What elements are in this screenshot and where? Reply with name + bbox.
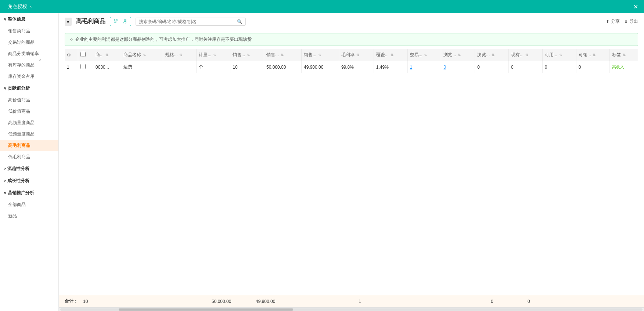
col-header-name[interactable]: 商品名称 ⇅ [121, 49, 163, 61]
footer-transactions: 1 [356, 299, 430, 304]
search-input[interactable] [139, 19, 235, 24]
arrow-icon-marketing-analysis: ∨ [4, 191, 6, 195]
sort-icon-views1: ⇅ [457, 53, 461, 57]
row-select-checkbox[interactable] [80, 64, 86, 69]
close-tab-role-permission[interactable]: × [29, 4, 32, 9]
scrollbar-thumb[interactable] [119, 308, 294, 311]
sidebar-group-overall[interactable]: ∨ 整体信息 [0, 13, 58, 25]
group-label-overall: 整体信息 [8, 16, 25, 22]
export-button[interactable]: ⬇ 导出 [624, 18, 638, 25]
nav-tab-role-permission[interactable]: 角色授权× [3, 0, 46, 13]
collapse-sidebar-button[interactable]: « [65, 18, 72, 26]
close-all-button[interactable]: ✕ [630, 3, 641, 10]
sidebar-item-inventory-fund[interactable]: 库存资金占用 [0, 71, 58, 82]
group-label-trend-analysis: 流趋性分析 [7, 166, 29, 172]
col-header-views1[interactable]: 浏览... ⇅ [441, 49, 475, 61]
col-header-views2[interactable]: 浏览... ⇅ [475, 49, 509, 61]
row-index: 1 [65, 61, 78, 73]
sort-icon-tag: ⇅ [622, 53, 626, 57]
scrollbar-track [60, 308, 643, 311]
row-transactions[interactable]: 1 [407, 61, 441, 73]
sort-icon-current-stock: ⇅ [524, 53, 528, 57]
arrow-icon-trend-analysis: > [4, 167, 6, 171]
row-checkbox[interactable] [78, 61, 93, 73]
sidebar-group-marketing-analysis[interactable]: ∨ 营销推广分析 [0, 187, 58, 199]
row-code: 0000... [93, 61, 121, 73]
select-all-checkbox[interactable] [80, 52, 86, 57]
search-box[interactable]: 🔍 [136, 18, 246, 26]
row-margin-rate: 99.8% [339, 61, 374, 73]
col-header-margin-rate[interactable]: 毛利率 ⇅ [339, 49, 374, 61]
sort-icon-sales-amount: ⇅ [280, 53, 284, 57]
table-footer: 合计： 10 50,000.00 49,900.00 1 0 0 [59, 295, 644, 307]
sort-icon-name: ⇅ [142, 53, 146, 57]
col-header-transactions[interactable]: 交易... ⇅ [407, 49, 441, 61]
sort-icon-sales-qty: ⇅ [246, 53, 250, 57]
settings-icon[interactable]: ⚙ [67, 53, 71, 58]
row-available: 0 [542, 61, 576, 73]
group-label-marketing-analysis: 营销推广分析 [8, 190, 34, 196]
table-row[interactable]: 10000...运费个1050,000.0049,900.0099.8%1.49… [65, 61, 638, 73]
col-header-tag[interactable]: 标签 ⇅ [610, 49, 638, 61]
sidebar-group-trend-analysis[interactable]: > 流趋性分析 [0, 163, 58, 175]
row-sales-cost: 49,900.00 [302, 61, 339, 73]
sort-icon-sellable: ⇅ [592, 53, 596, 57]
sidebar-item-sales-goods[interactable]: 销售类商品 [0, 25, 58, 37]
footer-available: 0 [489, 299, 525, 304]
arrow-icon-growth-analysis: > [4, 179, 6, 183]
col-header-available[interactable]: 可用... ⇅ [542, 49, 576, 61]
close-tab-template-settings[interactable]: × [39, 31, 41, 35]
sort-icon-coverage: ⇅ [389, 53, 393, 57]
export-icon: ⬇ [624, 19, 628, 24]
sort-icon-available: ⇅ [558, 53, 562, 57]
bottom-scrollbar[interactable] [59, 307, 644, 311]
col-header-sales-cost[interactable]: 销售... ⇅ [302, 49, 339, 61]
col-header-coverage[interactable]: 覆盖... ⇅ [374, 49, 407, 61]
filter-button[interactable]: 近一月 [110, 17, 131, 26]
info-banner: ✧ 企业的主要的利润都是这部分商品创造的，可考虑加大推广，同时关注库存是不要出现… [65, 33, 638, 46]
row-transactions-link[interactable]: 1 [410, 65, 413, 70]
col-header-sales-qty[interactable]: 销售... ⇅ [230, 49, 264, 61]
col-header-unit[interactable]: 计量... ⇅ [197, 49, 230, 61]
sidebar-group-growth-analysis[interactable]: > 成长性分析 [0, 175, 58, 187]
sidebar-item-low-value-goods[interactable]: 低价值商品 [0, 106, 58, 117]
sidebar-item-goods-assist-rate[interactable]: 商品分类助销率 [0, 48, 58, 59]
sidebar-item-high-margin-goods[interactable]: 高毛利商品 [0, 140, 58, 151]
tag-label: 高收入 [612, 65, 624, 69]
col-header-settings: ⚙ [65, 49, 78, 61]
header-actions: ⬆ 分享 ⬇ 导出 [606, 18, 638, 25]
footer-sellable: 0 [525, 299, 562, 304]
sidebar-item-high-freq-goods[interactable]: 高频量度商品 [0, 117, 58, 129]
sidebar-item-in-stock-goods[interactable]: 有库存的商品 [0, 59, 58, 71]
col-header-checkbox [78, 49, 93, 61]
sort-icon-unit: ⇅ [212, 53, 216, 57]
row-views1[interactable]: 0 [441, 61, 475, 73]
sidebar-item-low-freq-goods[interactable]: 低频量度商品 [0, 129, 58, 140]
col-header-code[interactable]: 商... ⇅ [93, 49, 121, 61]
sidebar-item-high-value-goods[interactable]: 高价值商品 [0, 94, 58, 106]
col-header-sales-amount[interactable]: 销售... ⇅ [264, 49, 302, 61]
sidebar-item-new-goods[interactable]: 新品 [0, 210, 58, 222]
col-header-current-stock[interactable]: 现有... ⇅ [509, 49, 543, 61]
close-tab-product-analysis-list[interactable]: × [39, 57, 41, 62]
info-icon: ✧ [69, 37, 73, 42]
row-tag: 高收入 [610, 61, 638, 73]
group-label-wealth-analysis: 贡献值分析 [8, 85, 30, 91]
table-wrapper: ⚙商... ⇅商品名称 ⇅规格... ⇅计量... ⇅销售... ⇅销售... … [59, 49, 644, 295]
col-header-sellable[interactable]: 可销... ⇅ [576, 49, 610, 61]
close-tab-product-analysis[interactable]: × [29, 44, 32, 48]
footer-sales-qty: 10 [81, 299, 209, 304]
sort-icon-transactions: ⇅ [423, 53, 427, 57]
row-unit: 个 [197, 61, 230, 73]
row-views1-link[interactable]: 0 [443, 65, 446, 70]
row-name: 运费 [121, 61, 163, 73]
sidebar-item-low-margin-goods[interactable]: 低毛利商品 [0, 151, 58, 163]
content-area: « 高毛利商品 近一月 🔍 ⬆ 分享 ⬇ 导出 ✧ 企业的主要的利润都是这部 [59, 13, 644, 311]
share-button[interactable]: ⬆ 分享 [606, 18, 620, 25]
sidebar-group-wealth-analysis[interactable]: ∨ 贡献值分析 [0, 82, 58, 94]
sidebar-item-all-goods[interactable]: 全部商品 [0, 199, 58, 210]
arrow-icon-overall: ∨ [4, 17, 6, 21]
sort-icon-sales-cost: ⇅ [317, 53, 321, 57]
close-tab-product-entry[interactable]: × [39, 18, 41, 22]
col-header-spec[interactable]: 规格... ⇅ [163, 49, 197, 61]
